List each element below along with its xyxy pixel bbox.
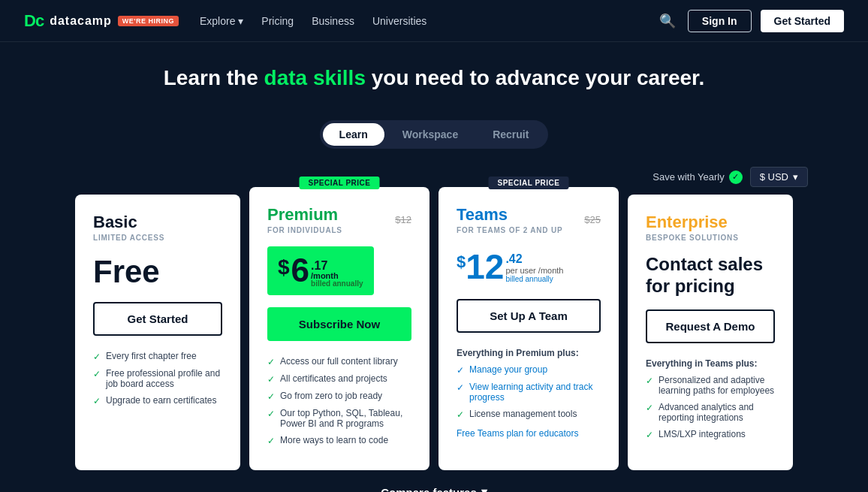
hero-title-start: Learn the bbox=[164, 66, 264, 89]
logo-text: datacamp bbox=[50, 14, 112, 28]
basic-feature-1: ✓ Every first chapter free bbox=[93, 351, 222, 362]
currency-selector[interactable]: $ USD ▾ bbox=[750, 167, 808, 187]
check-icon: ✓ bbox=[93, 396, 101, 406]
premium-plan-sub: FOR INDIVIDUALS bbox=[267, 226, 411, 234]
check-icon: ✓ bbox=[457, 409, 464, 420]
premium-cta-button[interactable]: Subscribe Now bbox=[267, 307, 411, 341]
hiring-badge: WE'RE HIRING bbox=[118, 16, 179, 26]
feature-text: View learning activity and track progres… bbox=[469, 382, 601, 403]
nav-links: Explore ▾ Pricing Business Universities bbox=[200, 15, 656, 27]
premium-feature-1: ✓ Access our full content library bbox=[267, 356, 411, 367]
premium-dollar: $ bbox=[278, 257, 290, 278]
teams-per: per user /month bbox=[505, 266, 563, 275]
basic-cta-button[interactable]: Get Started bbox=[93, 302, 222, 336]
nav-business[interactable]: Business bbox=[312, 15, 354, 27]
feature-text: All certificates and projects bbox=[280, 373, 387, 384]
teams-billed: billed annually bbox=[505, 275, 563, 283]
feature-text: LMS/LXP integrations bbox=[659, 429, 746, 439]
check-icon: ✓ bbox=[267, 374, 275, 385]
tab-learn[interactable]: Learn bbox=[323, 123, 384, 146]
check-icon: ✓ bbox=[93, 369, 101, 379]
pricing-cards: Basic LIMITED ACCESS Free Get Started ✓ … bbox=[0, 195, 868, 470]
currency-chevron-icon: ▾ bbox=[793, 171, 798, 183]
nav-actions: 🔍 Sign In Get Started bbox=[656, 10, 844, 32]
basic-price: Free bbox=[93, 254, 222, 290]
logo: Dc datacamp WE'RE HIRING bbox=[24, 11, 179, 31]
hero-title-end: you need to advance your career. bbox=[366, 66, 704, 89]
teams-feature-2: ✓ View learning activity and track progr… bbox=[457, 382, 601, 403]
currency-label: $ USD bbox=[760, 171, 788, 183]
check-icon: ✓ bbox=[646, 376, 653, 386]
tabs-inner: Learn Workspace Recruit bbox=[320, 120, 549, 149]
compare-bar: Compare features ▾ bbox=[0, 470, 868, 492]
hero-title-highlight: data skills bbox=[264, 66, 366, 89]
teams-features-label: Everything in Premium plus: bbox=[457, 348, 601, 358]
teams-old-price: $25 bbox=[584, 214, 601, 225]
enterprise-feature-2: ✓ Advanced analytics and reporting integ… bbox=[646, 402, 775, 423]
teams-feature-1: ✓ Manage your group bbox=[457, 364, 601, 376]
search-icon[interactable]: 🔍 bbox=[656, 10, 679, 32]
enterprise-feature-3: ✓ LMS/LXP integrations bbox=[646, 429, 775, 440]
teams-price-block: $ 12 .42 per user /month billed annually bbox=[457, 246, 601, 287]
nav-pricing[interactable]: Pricing bbox=[261, 15, 294, 27]
check-icon: ✓ bbox=[267, 409, 275, 419]
check-icon: ✓ bbox=[457, 365, 464, 376]
feature-text: Free professional profile and job board … bbox=[106, 368, 222, 389]
teams-plan-name: Teams bbox=[457, 205, 601, 225]
premium-cents: .17 bbox=[311, 260, 363, 272]
enterprise-plan-name: Enterprise bbox=[646, 213, 775, 232]
tab-workspace[interactable]: Workspace bbox=[386, 123, 475, 146]
hero-title: Learn the data skills you need to advanc… bbox=[15, 66, 853, 90]
check-icon: ✓ bbox=[646, 403, 653, 413]
teams-plan-sub: FOR TEAMS OF 2 AND UP bbox=[457, 226, 601, 234]
tabs-container: Learn Workspace Recruit bbox=[0, 120, 868, 149]
check-icon: ✓ bbox=[457, 382, 464, 393]
feature-text: Advanced analytics and reporting integra… bbox=[659, 402, 775, 423]
premium-feature-4: ✓ Our top Python, SQL, Tableau, Power BI… bbox=[267, 408, 411, 429]
pricing-options-bar: Save with Yearly ✓ $ USD ▾ bbox=[0, 167, 868, 187]
feature-text: Go from zero to job ready bbox=[280, 391, 382, 401]
signin-button[interactable]: Sign In bbox=[688, 10, 752, 32]
navbar: Dc datacamp WE'RE HIRING Explore ▾ Prici… bbox=[0, 0, 868, 42]
premium-feature-5: ✓ More ways to learn to code bbox=[267, 435, 411, 446]
save-yearly-label: Save with Yearly ✓ bbox=[653, 171, 742, 184]
getstarted-button[interactable]: Get Started bbox=[761, 10, 844, 32]
feature-text: Every first chapter free bbox=[106, 351, 197, 361]
enterprise-price: Contact sales for pricing bbox=[646, 254, 775, 297]
premium-feature-2: ✓ All certificates and projects bbox=[267, 373, 411, 385]
basic-plan-name: Basic bbox=[93, 213, 222, 232]
basic-feature-2: ✓ Free professional profile and job boar… bbox=[93, 368, 222, 389]
save-yearly-text: Save with Yearly bbox=[653, 171, 724, 183]
enterprise-feature-1: ✓ Personalized and adaptive learning pat… bbox=[646, 375, 775, 396]
enterprise-plan-sub: BESPOKE SOLUTIONS bbox=[646, 234, 775, 242]
teams-feature-3: ✓ License management tools bbox=[457, 409, 601, 420]
teams-card: SPECIAL PRICE $25 Teams FOR TEAMS OF 2 A… bbox=[439, 187, 619, 470]
feature-text: License management tools bbox=[469, 409, 577, 419]
feature-text: Personalized and adaptive learning paths… bbox=[659, 375, 775, 396]
teams-special-badge: SPECIAL PRICE bbox=[489, 177, 569, 189]
premium-plan-name: Premium bbox=[267, 205, 411, 225]
tab-recruit[interactable]: Recruit bbox=[476, 123, 545, 146]
premium-price: $ 6 .17 /month billed annually bbox=[267, 246, 374, 295]
feature-text: More ways to learn to code bbox=[280, 435, 388, 445]
basic-card: Basic LIMITED ACCESS Free Get Started ✓ … bbox=[75, 195, 240, 470]
feature-text: Manage your group bbox=[469, 364, 547, 375]
enterprise-cta-button[interactable]: Request A Demo bbox=[646, 309, 775, 343]
yearly-check-icon: ✓ bbox=[729, 171, 743, 184]
compare-features-button[interactable]: Compare features ▾ bbox=[381, 485, 487, 492]
feature-text: Our top Python, SQL, Tableau, Power BI a… bbox=[280, 408, 411, 429]
premium-special-badge: SPECIAL PRICE bbox=[300, 177, 380, 189]
premium-card: SPECIAL PRICE $12 Premium FOR INDIVIDUAL… bbox=[249, 187, 429, 470]
teams-dollar: $ bbox=[457, 252, 466, 272]
enterprise-card: Enterprise BESPOKE SOLUTIONS Contact sal… bbox=[628, 195, 793, 470]
basic-feature-3: ✓ Upgrade to earn certificates bbox=[93, 395, 222, 406]
check-icon: ✓ bbox=[267, 436, 275, 446]
check-icon: ✓ bbox=[267, 391, 275, 402]
basic-plan-sub: LIMITED ACCESS bbox=[93, 234, 222, 242]
nav-universities[interactable]: Universities bbox=[372, 15, 426, 27]
premium-feature-3: ✓ Go from zero to job ready bbox=[267, 391, 411, 402]
teams-educator-link[interactable]: Free Teams plan for educators bbox=[457, 428, 579, 439]
nav-explore[interactable]: Explore ▾ bbox=[200, 15, 243, 27]
check-icon: ✓ bbox=[646, 430, 653, 440]
teams-cta-button[interactable]: Set Up A Team bbox=[457, 299, 601, 333]
